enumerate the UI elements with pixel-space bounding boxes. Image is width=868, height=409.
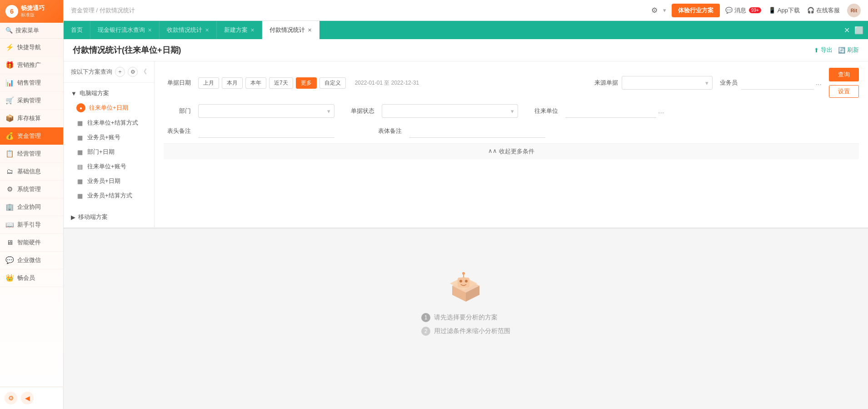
date-btn-this-year[interactable]: 本年 bbox=[245, 77, 266, 89]
scheme-item-staff-account[interactable]: ▦ 业务员+账号 bbox=[64, 130, 154, 145]
voucher-status-select[interactable]: ▾ bbox=[382, 104, 518, 118]
partner-label: 往来单位 bbox=[534, 107, 558, 115]
sidebar-item-quick-nav[interactable]: ⚡ 快捷导航 bbox=[0, 39, 63, 56]
tabs-close-all[interactable]: ✕ bbox=[844, 26, 850, 35]
app-download-label: App下载 bbox=[778, 6, 800, 15]
sidebar-collapse-btn[interactable]: ◀ bbox=[21, 392, 34, 404]
sidebar: 6 畅捷通巧 标准版 🔍 搜索菜单 ⚡ 快捷导航 🎁 营销推广 📊 销售管理 🛒… bbox=[0, 0, 64, 409]
online-service-label: 在线客服 bbox=[816, 6, 840, 15]
tab-bank-flow[interactable]: 现金银行流水查询✕ bbox=[90, 21, 160, 39]
sidebar-item-member[interactable]: 👑 畅会员 bbox=[0, 269, 63, 287]
scheme-item-icon-partner-settlement: ▦ bbox=[76, 119, 84, 126]
scheme-item-partner-settlement[interactable]: ▦ 往来单位+结算方式 bbox=[64, 116, 154, 130]
scheme-item-partner-date[interactable]: ● 往来单位+日期 bbox=[64, 100, 154, 116]
date-btn-more[interactable]: 更多 bbox=[296, 77, 317, 89]
staff-label: 业务员 bbox=[720, 79, 738, 87]
nav-icon-base-info: 🗂 bbox=[5, 167, 14, 176]
export-btn[interactable]: ⬆ 导出 bbox=[814, 46, 833, 54]
sidebar-item-purchase[interactable]: 🛒 采购管理 bbox=[0, 92, 63, 110]
sidebar-item-sales[interactable]: 📊 销售管理 bbox=[0, 74, 63, 92]
tab-new-scheme[interactable]: 新建方案✕ bbox=[217, 21, 262, 39]
sidebar-item-finance[interactable]: 💰 资金管理 bbox=[0, 127, 63, 145]
source-dropdown-icon: ▾ bbox=[705, 80, 708, 86]
empty-hint-item-1: 1 请先选择要分析的方案 bbox=[421, 313, 498, 322]
refresh-label: 刷新 bbox=[847, 46, 859, 54]
query-btn[interactable]: 查询 bbox=[829, 68, 859, 81]
nav-icon-operation: 📋 bbox=[5, 150, 14, 158]
scheme-group-desktop-title[interactable]: ▼ 电脑端方案 bbox=[64, 86, 154, 100]
tab-close-new-scheme[interactable]: ✕ bbox=[250, 27, 254, 33]
header-note-input[interactable] bbox=[198, 124, 334, 138]
body-note-input[interactable] bbox=[409, 124, 545, 138]
online-service-action[interactable]: 🎧 在线客服 bbox=[807, 6, 840, 15]
partner-input[interactable] bbox=[565, 104, 656, 118]
date-btn-custom[interactable]: 自定义 bbox=[319, 77, 346, 89]
nav-label-purchase: 采购管理 bbox=[17, 96, 41, 105]
sidebar-item-wechat[interactable]: 💬 企业微信 bbox=[0, 252, 63, 269]
setting-btn[interactable]: 设置 bbox=[829, 85, 859, 98]
source-select[interactable]: ▾ bbox=[622, 76, 713, 90]
scheme-item-staff-date[interactable]: ▦ 业务员+日期 bbox=[64, 174, 154, 188]
scheme-panel-header: 按以下方案查询 + ⚙ 《 bbox=[64, 61, 154, 83]
sidebar-settings-btn[interactable]: ⚙ bbox=[5, 392, 17, 404]
tab-payment-stats[interactable]: 付款情况统计✕ bbox=[262, 21, 319, 39]
dept-dropdown-icon: ▾ bbox=[327, 108, 330, 115]
sidebar-search[interactable]: 🔍 搜索菜单 bbox=[0, 23, 63, 39]
date-label: 单据日期 bbox=[164, 79, 191, 87]
scheme-item-label-partner-date: 往来单位+日期 bbox=[89, 104, 128, 112]
tab-close-payment-stats[interactable]: ✕ bbox=[308, 27, 312, 33]
sidebar-item-operation[interactable]: 📋 经营管理 bbox=[0, 145, 63, 163]
scheme-item-staff-settlement[interactable]: ▦ 业务员+结算方式 bbox=[64, 188, 154, 203]
app-download-action[interactable]: 📱 App下载 bbox=[768, 6, 800, 15]
nav-label-system: 系统管理 bbox=[17, 185, 41, 193]
logo-text-block: 畅捷通巧 标准版 bbox=[21, 5, 45, 18]
scheme-settings-btn[interactable]: ⚙ bbox=[128, 67, 138, 77]
scheme-add-btn[interactable]: + bbox=[115, 67, 125, 77]
messages-action[interactable]: 💬 消息 99+ bbox=[725, 6, 761, 15]
scheme-desktop-items: ● 往来单位+日期 ▦ 往来单位+结算方式 ▦ 业务员+账号 ▦ 部门+日期 ▤… bbox=[64, 100, 154, 203]
empty-state: 1 请先选择要分析的方案 2 用过滤条件来缩小分析范围 bbox=[64, 229, 868, 365]
sidebar-item-system[interactable]: ⚙ 系统管理 bbox=[0, 181, 63, 198]
scheme-item-label-staff-account: 业务员+账号 bbox=[87, 133, 120, 141]
scheme-item-partner-account[interactable]: ▤ 往来单位+账号 bbox=[64, 159, 154, 174]
nav-icon-inventory: 📦 bbox=[5, 114, 14, 122]
user-avatar[interactable]: Rit bbox=[847, 4, 861, 17]
sidebar-item-hardware[interactable]: 🖥 智能硬件 bbox=[0, 234, 63, 252]
tabs-maximize[interactable]: ⬜ bbox=[854, 26, 863, 35]
sidebar-logo[interactable]: 6 畅捷通巧 标准版 bbox=[0, 0, 63, 23]
filter-row-1: 单据日期 上月本月本年近7天更多自定义 2022-01-01 至 2022-12… bbox=[164, 68, 859, 98]
date-btn-this-month[interactable]: 本月 bbox=[222, 77, 243, 89]
topbar-actions: 💬 消息 99+ 📱 App下载 🎧 在线客服 Rit bbox=[725, 4, 861, 17]
tabs-bar: 首页现金银行流水查询✕收款情况统计✕新建方案✕付款情况统计✕ ✕ ⬜ bbox=[64, 21, 868, 39]
sidebar-item-base-info[interactable]: 🗂 基础信息 bbox=[0, 163, 63, 181]
partner-dots[interactable]: ... bbox=[658, 107, 664, 115]
scheme-collapse-btn[interactable]: 《 bbox=[140, 68, 147, 76]
tab-home[interactable]: 首页 bbox=[64, 21, 90, 39]
sidebar-item-inventory[interactable]: 📦 库存核算 bbox=[0, 110, 63, 127]
sidebar-item-guide[interactable]: 📖 新手引导 bbox=[0, 216, 63, 234]
collapse-bar[interactable]: ∧∧ 收起更多条件 bbox=[164, 143, 859, 159]
page-title: 付款情况统计(往来单位+日期) bbox=[73, 45, 181, 56]
staff-dots[interactable]: ... bbox=[816, 79, 822, 87]
sidebar-item-enterprise[interactable]: 🏢 企业协同 bbox=[0, 198, 63, 216]
scheme-item-dept-date[interactable]: ▦ 部门+日期 bbox=[64, 145, 154, 159]
nav-label-operation: 经营管理 bbox=[17, 150, 41, 158]
date-btn-last-month[interactable]: 上月 bbox=[198, 77, 219, 89]
dept-select[interactable]: ▾ bbox=[198, 104, 334, 118]
tab-receipt-stats[interactable]: 收款情况统计✕ bbox=[160, 21, 217, 39]
nav-icon-finance: 💰 bbox=[5, 132, 14, 140]
tab-close-bank-flow[interactable]: ✕ bbox=[148, 27, 152, 33]
topbar-settings-icon[interactable]: ⚙ bbox=[651, 6, 658, 15]
main-content: 资金管理 / 付款情况统计 ⚙ ▾ 体验行业方案 💬 消息 99+ 📱 App下… bbox=[64, 0, 868, 409]
scheme-group-mobile-title[interactable]: ▶ 移动端方案 bbox=[64, 210, 154, 224]
mobile-icon: 📱 bbox=[768, 7, 776, 14]
dropdown-icon[interactable]: ▾ bbox=[663, 7, 666, 14]
refresh-btn[interactable]: 🔄 刷新 bbox=[838, 46, 859, 54]
staff-input[interactable] bbox=[741, 76, 814, 90]
trial-btn[interactable]: 体验行业方案 bbox=[672, 4, 720, 17]
tab-close-receipt-stats[interactable]: ✕ bbox=[205, 27, 209, 33]
search-label: 搜索菜单 bbox=[15, 26, 39, 35]
nav-icon-purchase: 🛒 bbox=[5, 96, 14, 105]
sidebar-item-marketing[interactable]: 🎁 营销推广 bbox=[0, 56, 63, 74]
date-btn-last-7[interactable]: 近7天 bbox=[269, 77, 293, 89]
